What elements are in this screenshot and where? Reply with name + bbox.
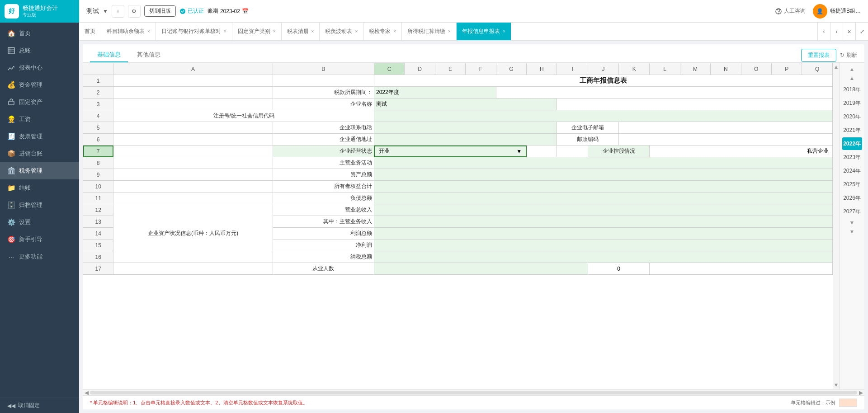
year-item-2019[interactable]: 2019年 — [842, 97, 862, 109]
col-header-P[interactable]: P — [771, 63, 802, 75]
col-header-F[interactable]: F — [466, 63, 496, 75]
cell-C10[interactable] — [374, 181, 832, 192]
tab-journal[interactable]: 日记账与银行对账单核对 × — [156, 23, 232, 40]
col-header-M[interactable]: M — [680, 63, 710, 75]
sidebar-item-ledger[interactable]: 总账 — [0, 42, 79, 59]
sidebar-item-home[interactable]: 🏠 首页 — [0, 25, 79, 42]
cell-A8[interactable] — [113, 157, 273, 169]
cell-L17[interactable] — [650, 263, 833, 275]
year-item-2027[interactable]: 2027年 — [842, 205, 862, 218]
cell-C5[interactable] — [374, 122, 557, 134]
tab-annual-report[interactable]: 年报信息申报表 × — [457, 23, 511, 40]
year-item-2018[interactable]: 2018年 — [842, 83, 862, 96]
col-header-L[interactable]: L — [650, 63, 680, 75]
tab-close-all-button[interactable]: × — [843, 23, 855, 40]
tab-home[interactable]: 首页 — [79, 23, 101, 40]
cell-L7[interactable]: 私营企业 — [650, 145, 833, 157]
cell-A10[interactable] — [113, 181, 273, 192]
year-nav-up2[interactable]: ▲ — [846, 74, 859, 83]
cell-L6[interactable] — [619, 134, 833, 145]
tab-close-fixed-assets-type[interactable]: × — [273, 29, 276, 34]
cell-C13[interactable] — [374, 216, 832, 228]
sidebar-item-settings[interactable]: ⚙️ 设置 — [0, 214, 79, 231]
cell-C15[interactable] — [374, 239, 832, 251]
tab-close-tax-inspector[interactable]: × — [393, 29, 396, 34]
sidebar-item-reports[interactable]: 报表中心 — [0, 59, 79, 76]
scroll-up-icon[interactable]: ▲ — [833, 63, 839, 71]
cell-L5[interactable] — [619, 122, 833, 134]
tab-close-subject-balance[interactable]: × — [147, 29, 150, 34]
cell-C11[interactable] — [374, 192, 832, 204]
cell-C2[interactable]: 2022年度 — [374, 87, 496, 99]
calendar-icon[interactable]: 📅 — [242, 8, 249, 14]
col-header-A[interactable]: A — [113, 63, 273, 75]
tab-tax-fluctuation[interactable]: 税负波动表 × — [320, 23, 363, 40]
spreadsheet-main[interactable]: A B C D E F G H I J K L M — [83, 63, 833, 389]
refresh-button[interactable]: ↻ 刷新 — [840, 52, 857, 59]
tab-next-button[interactable]: › — [830, 23, 843, 40]
cell-A5[interactable] — [113, 122, 273, 134]
tab-close-annual-report[interactable]: × — [503, 29, 505, 34]
cell-C16[interactable] — [374, 251, 832, 263]
cell-H7[interactable] — [527, 145, 557, 157]
sidebar-item-salary[interactable]: 👷 工资 — [0, 111, 79, 128]
year-nav-up[interactable]: ▲ — [846, 65, 859, 74]
cell-I3[interactable] — [557, 99, 833, 110]
col-header-G[interactable]: G — [496, 63, 526, 75]
scroll-down-icon[interactable]: ▼ — [833, 381, 839, 389]
year-item-2026[interactable]: 2026年 — [842, 192, 862, 204]
sidebar-item-fixed-assets[interactable]: 固定资产 — [0, 94, 79, 111]
tab-prev-button[interactable]: ‹ — [817, 23, 830, 40]
col-header-C[interactable]: C — [374, 63, 404, 75]
cell-C17[interactable] — [374, 263, 588, 275]
col-header-Q[interactable]: Q — [802, 63, 833, 75]
tab-close-journal[interactable]: × — [224, 29, 226, 34]
cell-C9[interactable] — [374, 169, 832, 181]
cell-title[interactable]: 工商年报信息表 — [374, 75, 832, 87]
sidebar-item-finance[interactable]: 💰 资金管理 — [0, 76, 79, 94]
col-header-N[interactable]: N — [711, 63, 741, 75]
col-header-B[interactable]: B — [273, 63, 374, 75]
tab-tax-inspector[interactable]: 税检专家 × — [363, 23, 402, 40]
year-item-2020[interactable]: 2020年 — [842, 110, 862, 123]
sidebar-item-more[interactable]: ··· 更多功能 — [0, 248, 79, 265]
cell-A2[interactable] — [113, 87, 273, 99]
company-dropdown-icon[interactable]: ▼ — [103, 8, 108, 14]
tab-fixed-assets-type[interactable]: 固定资产类别 × — [232, 23, 282, 40]
cell-J17[interactable]: 0 — [588, 263, 650, 275]
sidebar-item-guide[interactable]: 🎯 新手引导 — [0, 231, 79, 248]
year-item-2022[interactable]: 2022年 — [842, 137, 862, 150]
user-menu[interactable]: 👤 畅捷通B组… — [813, 4, 861, 19]
year-nav-down[interactable]: ▼ — [846, 218, 859, 227]
cell-A3[interactable] — [113, 99, 273, 110]
scrollbar-horizontal[interactable]: ◀ ▶ — [83, 389, 864, 395]
col-header-H[interactable]: H — [527, 63, 557, 75]
add-button[interactable]: + — [112, 5, 124, 18]
hscroll-right-icon[interactable]: ▶ — [859, 391, 863, 394]
cell-C14[interactable] — [374, 228, 832, 239]
cell-A9[interactable] — [113, 169, 273, 181]
year-item-2023[interactable]: 2023年 — [842, 151, 862, 164]
cell-C4[interactable] — [374, 110, 832, 122]
year-nav-down2[interactable]: ▼ — [846, 227, 859, 236]
subtab-other-info[interactable]: 其他信息 — [130, 48, 168, 62]
cell-A7[interactable] — [113, 145, 273, 157]
customer-service-button[interactable]: 人工咨询 — [775, 7, 806, 15]
year-item-2021[interactable]: 2021年 — [842, 124, 862, 136]
cell-A1[interactable] — [113, 75, 273, 87]
cell-G2[interactable] — [496, 87, 832, 99]
cell-A17[interactable] — [113, 263, 273, 275]
col-header-D[interactable]: D — [405, 63, 435, 75]
scrollbar-vertical[interactable]: ▲ ▼ — [833, 63, 839, 389]
tab-income-tax[interactable]: 所得税汇算清缴 × — [402, 23, 457, 40]
tab-close-tax-fluctuation[interactable]: × — [355, 29, 358, 34]
switch-version-button[interactable]: 切到旧版 — [144, 5, 176, 17]
cell-C6[interactable] — [374, 134, 557, 145]
hscroll-left-icon[interactable]: ◀ — [85, 391, 88, 394]
year-item-2025[interactable]: 2025年 — [842, 178, 862, 191]
tab-subject-balance[interactable]: 科目辅助余额表 × — [101, 23, 156, 40]
sidebar-item-tax[interactable]: 🏛️ 税务管理 — [0, 162, 79, 179]
year-item-2024[interactable]: 2024年 — [842, 164, 862, 177]
tab-close-tax-list[interactable]: × — [311, 29, 314, 34]
col-header-O[interactable]: O — [741, 63, 771, 75]
